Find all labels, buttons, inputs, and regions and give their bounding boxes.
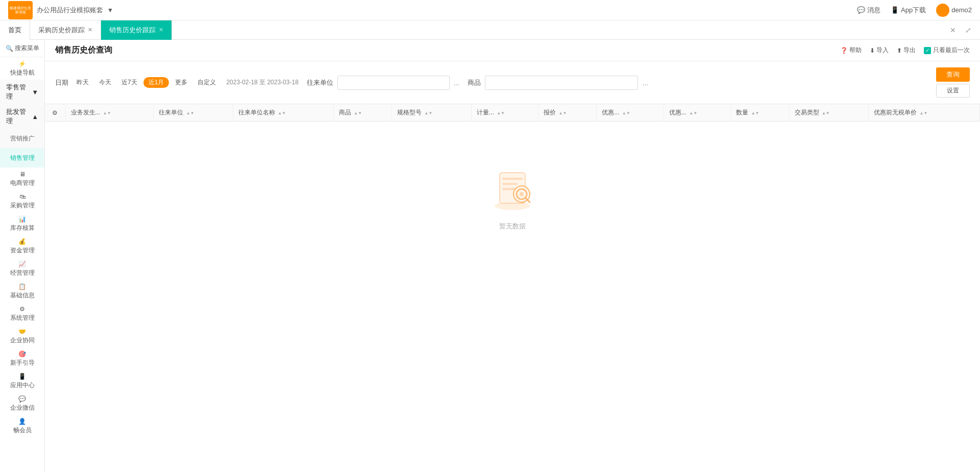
col-quoted-price-label: 报价	[544, 109, 556, 116]
tab-home[interactable]: 首页	[0, 20, 30, 40]
col-quantity[interactable]: 数量 ▲▼	[731, 104, 789, 122]
logo: 畅捷通好生意 标准版	[8, 1, 33, 19]
tab-sales-close[interactable]: ✕	[159, 27, 163, 33]
filter-bar: 日期 昨天 今天 近7天 近1月 更多 自定义 2023-02-18 至 202…	[45, 61, 980, 104]
col-pre-tax-price[interactable]: 优惠前无税单价 ▲▼	[869, 104, 980, 122]
sidebar-item-enterprise-collab[interactable]: 🤝 企业协同	[0, 325, 44, 347]
sort-arrows-biz-date: ▲▼	[103, 111, 111, 115]
sidebar-item-app-center[interactable]: 📱 应用中心	[0, 370, 44, 392]
only-last-checkbox[interactable]: 只看最后一次	[924, 46, 970, 55]
col-partner-name-label: 往来单位名称	[238, 109, 275, 116]
tab-sales-label: 销售历史价跟踪	[109, 26, 156, 35]
sidebar-item-enterprise-wechat[interactable]: 💬 企业微信	[0, 392, 44, 415]
msg-button[interactable]: 💬 消息	[857, 6, 880, 15]
date-tab-last1m[interactable]: 近1月	[143, 77, 169, 88]
empty-text: 暂无数据	[499, 222, 526, 231]
sidebar-submenu-wholesale: 营销推广 销售管理	[0, 129, 44, 168]
topbar-right: 💬 消息 📱 App下载 demo2	[857, 4, 972, 17]
sidebar-item-quick-nav[interactable]: ⚡ 快捷导航	[0, 57, 44, 80]
sort-arrows-discount2: ▲▼	[689, 111, 697, 115]
sidebar-item-finance-mgmt[interactable]: 💰 资金管理	[0, 235, 44, 257]
partner-input[interactable]	[337, 76, 450, 90]
app-download-button[interactable]: 📱 App下载	[891, 6, 926, 15]
finance-icon: 💰	[18, 238, 26, 245]
sidebar-item-purchase-mgmt[interactable]: 🛍 采购管理	[0, 190, 44, 213]
tab-purchase-history[interactable]: 采购历史价跟踪 ✕	[30, 20, 101, 40]
col-quantity-label: 数量	[736, 109, 748, 116]
date-tab-more[interactable]: 更多	[171, 77, 191, 88]
sidebar-item-member[interactable]: 👤 畅会员	[0, 415, 44, 437]
col-product-label: 商品	[339, 109, 351, 116]
partner-picker-button[interactable]: ...	[454, 79, 460, 87]
only-last-label: 只看最后一次	[933, 46, 970, 55]
col-trade-type[interactable]: 交易类型 ▲▼	[789, 104, 869, 122]
topbar-dropdown-icon[interactable]: ▼	[107, 7, 113, 14]
purchase-icon: 🛍	[19, 193, 26, 200]
basic-info-label: 基础信息	[10, 291, 35, 300]
sidebar-item-operations-mgmt[interactable]: 📈 经营管理	[0, 257, 44, 280]
sidebar-item-retail-mgmt[interactable]: 零售管理 ▼	[0, 80, 44, 104]
product-input[interactable]	[485, 76, 638, 90]
col-discount1[interactable]: 优惠... ▲▼	[597, 104, 664, 122]
export-button[interactable]: ⬆ 导出	[897, 46, 916, 55]
main-layout: 🔍 搜索菜单 ⚡ 快捷导航 零售管理 ▼ 批发管理 ▲ 营销推广 销售管理 🖥	[0, 40, 980, 472]
page-title: 销售历史价查询	[55, 45, 112, 56]
sidebar-item-basic-info[interactable]: 📋 基础信息	[0, 280, 44, 302]
query-button[interactable]: 查询	[936, 67, 970, 82]
sidebar-item-system-mgmt[interactable]: ⚙ 系统管理	[0, 302, 44, 325]
col-spec[interactable]: 规格型号 ▲▼	[392, 104, 472, 122]
col-partner-code[interactable]: 往来单位 ▲▼	[154, 104, 233, 122]
sidebar-item-wholesale-mgmt[interactable]: 批发管理 ▲	[0, 104, 44, 129]
date-tab-last7[interactable]: 近7天	[117, 77, 141, 88]
purchase-label: 采购管理	[10, 201, 35, 210]
help-button[interactable]: ❓ 帮助	[840, 46, 862, 55]
user-menu[interactable]: demo2	[936, 4, 972, 17]
quick-nav-label: 快捷导航	[10, 68, 35, 77]
sidebar-search-label: 搜索菜单	[15, 44, 39, 53]
sort-arrows-partner-name: ▲▼	[278, 111, 286, 115]
col-biz-date[interactable]: 业务发生... ▲▼	[65, 104, 154, 122]
empty-state: 暂无数据	[45, 122, 980, 272]
checkbox-checked-icon	[924, 47, 931, 54]
tab-purchase-close[interactable]: ✕	[88, 27, 92, 33]
tabbar: 首页 采购历史价跟踪 ✕ 销售历史价跟踪 ✕ ✕ ⤢	[0, 20, 980, 40]
sidebar-item-sales-mgmt[interactable]: 销售管理	[0, 148, 44, 168]
import-button[interactable]: ⬇ 导入	[870, 46, 889, 55]
sidebar-search[interactable]: 🔍 搜索菜单	[0, 40, 44, 57]
page-header-actions: ❓ 帮助 ⬇ 导入 ⬆ 导出 只看最后一次	[840, 46, 970, 55]
tab-sales-history[interactable]: 销售历史价跟踪 ✕	[101, 20, 172, 40]
new-guide-icon: 🎯	[18, 350, 26, 358]
app-center-icon: 📱	[18, 373, 26, 380]
date-tab-custom[interactable]: 自定义	[193, 77, 220, 88]
date-tab-today[interactable]: 今天	[95, 77, 115, 88]
col-settings[interactable]: ⚙	[45, 104, 65, 122]
expand-button[interactable]: ⤢	[963, 25, 974, 36]
col-unit[interactable]: 计量... ▲▼	[471, 104, 538, 122]
wholesale-mgmt-label: 批发管理	[6, 107, 32, 126]
sort-arrows-discount1: ▲▼	[622, 111, 630, 115]
export-icon: ⬆	[897, 47, 902, 54]
date-tabs: 昨天 今天 近7天 近1月 更多 自定义	[72, 77, 220, 88]
settings-button[interactable]: 设置	[936, 84, 970, 98]
col-discount2-label: 优惠...	[669, 109, 687, 116]
col-partner-name[interactable]: 往来单位名称 ▲▼	[233, 104, 333, 122]
date-label: 日期	[55, 78, 68, 87]
date-tab-yesterday[interactable]: 昨天	[72, 77, 93, 88]
col-partner-code-label: 往来单位	[159, 109, 183, 116]
product-picker-button[interactable]: ...	[642, 79, 648, 87]
system-label: 系统管理	[10, 314, 35, 322]
sidebar-item-new-guide[interactable]: 🎯 新手引导	[0, 347, 44, 370]
col-quoted-price[interactable]: 报价 ▲▼	[538, 104, 597, 122]
sidebar-item-ecommerce-mgmt[interactable]: 🖥 电商管理	[0, 168, 44, 190]
sidebar-item-inventory-check[interactable]: 📊 库存核算	[0, 213, 44, 235]
sidebar-item-marketing-promo[interactable]: 营销推广	[0, 129, 44, 148]
col-product[interactable]: 商品 ▲▼	[333, 104, 391, 122]
sort-arrows-pre-tax-price: ▲▼	[919, 111, 927, 115]
topbar-left: 畅捷通好生意 标准版 办公用品行业模拟账套 ▼	[8, 1, 113, 19]
sort-arrows-partner-code: ▲▼	[186, 111, 194, 115]
app-icon: 📱	[891, 6, 899, 14]
col-trade-type-label: 交易类型	[795, 109, 819, 116]
close-all-tabs-button[interactable]: ✕	[947, 25, 959, 36]
col-discount2[interactable]: 优惠... ▲▼	[664, 104, 730, 122]
date-range-display: 2023-02-18 至 2023-03-18	[226, 78, 298, 87]
